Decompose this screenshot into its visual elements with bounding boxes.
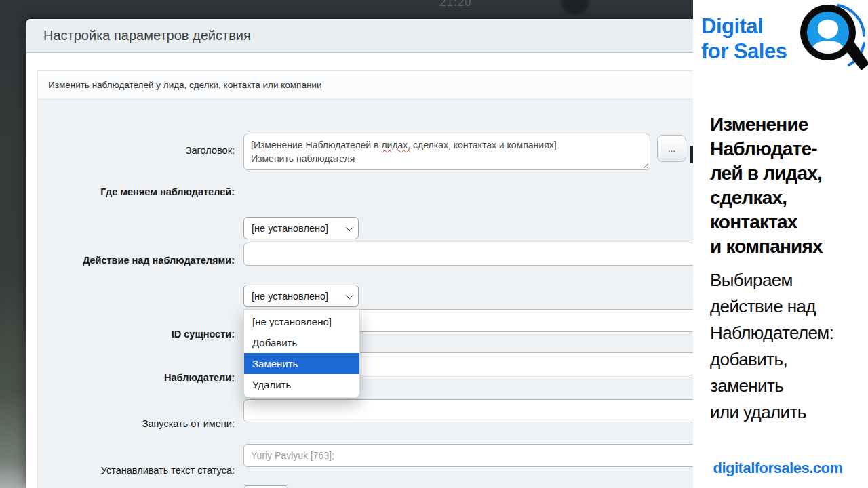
status-text-select[interactable]: Да xyxy=(243,485,288,488)
brand-logo-text: Digital for Sales xyxy=(701,14,787,64)
promo-body-text: Выбираем действие над Наблюдателем: доба… xyxy=(710,267,833,426)
chevron-down-icon xyxy=(346,223,353,230)
dropdown-option-not-set[interactable]: [не установлено] xyxy=(244,311,359,332)
label-where: Где меняем наблюдателей: xyxy=(38,186,235,198)
dropdown-option-add[interactable]: Добавить xyxy=(244,332,359,353)
run-as-input[interactable] xyxy=(243,444,743,467)
background-avatar-blob xyxy=(561,0,589,15)
observers-input[interactable] xyxy=(243,399,743,422)
dropdown-option-delete[interactable]: Удалить xyxy=(244,374,359,395)
label-entity-id: ID сущности: xyxy=(38,328,235,340)
where-input[interactable] xyxy=(243,243,743,266)
label-title: Заголовок: xyxy=(38,144,235,157)
label-observers: Наблюдатели: xyxy=(38,371,235,384)
magnifier-face-logo-icon xyxy=(796,1,868,77)
background-clock-text: 21:20 xyxy=(439,0,472,9)
promo-sidebar: Digital for Sales Изменение Наблюдате- л… xyxy=(693,0,868,488)
action-dropdown-popup: [не установлено] Добавить Заменить Удали… xyxy=(243,309,360,398)
label-run-as: Запускать от имени: xyxy=(38,418,235,430)
screenshot-stage: 21:20 Настройка параметров действия Изме… xyxy=(0,0,868,488)
website-text: digitalforsales.com xyxy=(693,460,863,477)
label-action: Действие над наблюдателями: xyxy=(38,254,235,266)
activity-section-title: Изменить наблюдателей у лида, сделки, ко… xyxy=(48,80,321,90)
label-status-text: Устанавливать текст статуса: xyxy=(38,464,235,476)
action-select[interactable]: [не установлено] xyxy=(243,285,359,307)
title-line2: Изменить наблюдателя xyxy=(251,152,643,165)
chevron-down-icon xyxy=(346,291,353,298)
misspelled-word: лидах, xyxy=(381,140,410,150)
title-textarea[interactable]: [Изменение Наблюдателей в лидах, сделках… xyxy=(243,134,650,170)
dropdown-option-replace[interactable]: Заменить xyxy=(244,353,359,374)
where-select[interactable]: [не установлено] xyxy=(243,217,359,239)
promo-heading: Изменение Наблюдате- лей в лидах, сделка… xyxy=(710,113,823,259)
dialog-title: Настройка параметров действия xyxy=(43,28,251,43)
title-more-button[interactable]: ... xyxy=(657,135,686,162)
title-line1: [Изменение Наблюдателей в лидах, сделках… xyxy=(251,138,643,152)
